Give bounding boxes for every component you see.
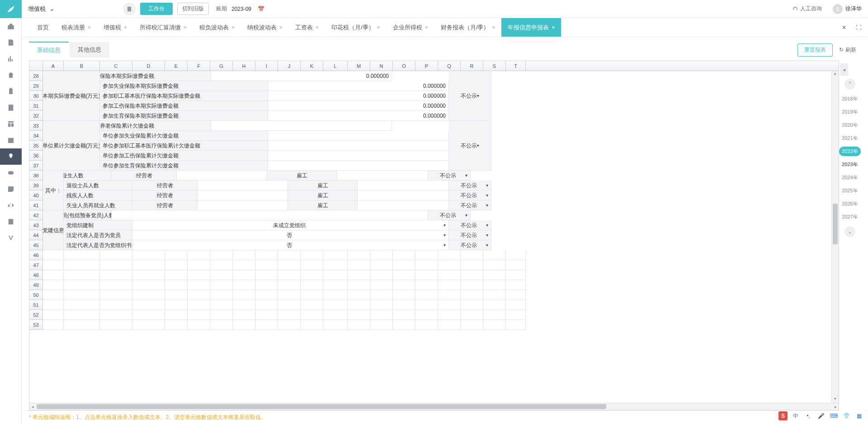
col-header-H[interactable]: H bbox=[233, 61, 255, 71]
tab-close-icon[interactable]: × bbox=[124, 24, 127, 31]
cell-B53[interactable] bbox=[64, 320, 100, 330]
col-header-M[interactable]: M bbox=[348, 61, 370, 71]
cell-J46[interactable] bbox=[278, 250, 301, 260]
row-header-30[interactable]: 30 bbox=[29, 91, 43, 101]
row-header-39[interactable]: 39 bbox=[29, 181, 43, 191]
row-header-46[interactable]: 46 bbox=[29, 250, 43, 260]
input-r41-2[interactable] bbox=[358, 200, 449, 210]
cell-J48[interactable] bbox=[278, 270, 301, 280]
nav-doc-icon[interactable] bbox=[0, 34, 22, 51]
cell-J53[interactable] bbox=[278, 320, 301, 330]
cell-D52[interactable] bbox=[132, 310, 165, 320]
cell-L46[interactable] bbox=[323, 250, 348, 260]
tab-首页[interactable]: 首页 bbox=[31, 18, 55, 37]
ime-keyboard-icon[interactable]: ⌨ bbox=[829, 411, 838, 420]
cell-N46[interactable] bbox=[370, 250, 393, 260]
cell-K52[interactable] bbox=[301, 310, 323, 320]
cell-N49[interactable] bbox=[370, 280, 393, 290]
cell-B46[interactable] bbox=[64, 250, 100, 260]
row-header-43[interactable]: 43 bbox=[29, 220, 43, 230]
cell-H53[interactable] bbox=[233, 320, 255, 330]
ime-mic-icon[interactable]: 🎤 bbox=[816, 411, 826, 420]
ime-lang-icon[interactable]: 中 bbox=[791, 411, 800, 420]
cell-A53[interactable] bbox=[43, 320, 64, 330]
value-r45[interactable]: 否 bbox=[132, 240, 449, 250]
cell-O50[interactable] bbox=[393, 290, 415, 300]
col-header-N[interactable]: N bbox=[370, 61, 393, 71]
nav-play-icon[interactable] bbox=[0, 214, 22, 230]
value-r37[interactable] bbox=[268, 161, 449, 171]
horizontal-scrollbar[interactable]: ◂ ▸ bbox=[29, 403, 839, 410]
nav-active-icon[interactable] bbox=[0, 148, 22, 165]
cell-G53[interactable] bbox=[210, 320, 233, 330]
cell-I46[interactable] bbox=[255, 250, 278, 260]
value-r43[interactable]: 未成立党组织 bbox=[132, 220, 449, 230]
col-header-A[interactable]: A bbox=[43, 61, 64, 71]
cell-K49[interactable] bbox=[301, 280, 323, 290]
row-header-28[interactable]: 28 bbox=[29, 71, 43, 81]
year-2018年[interactable]: 2018年 bbox=[839, 94, 860, 104]
input-r38-2[interactable] bbox=[337, 171, 428, 181]
col-header-L[interactable]: L bbox=[323, 61, 348, 71]
cell-N52[interactable] bbox=[370, 310, 393, 320]
cell-E53[interactable] bbox=[165, 320, 188, 330]
cell-E47[interactable] bbox=[165, 260, 188, 270]
cell-F53[interactable] bbox=[188, 320, 210, 330]
tab-增值税[interactable]: 增值税× bbox=[97, 18, 133, 37]
cell-N47[interactable] bbox=[370, 260, 393, 270]
cell-J52[interactable] bbox=[278, 310, 301, 320]
cell-H52[interactable] bbox=[233, 310, 255, 320]
col-header-O[interactable]: O bbox=[393, 61, 415, 71]
subtab-other[interactable]: 其他信息 bbox=[70, 42, 109, 57]
cell-Q52[interactable] bbox=[438, 310, 461, 320]
cell-M50[interactable] bbox=[348, 290, 370, 300]
user-menu[interactable]: 徐泽华 bbox=[833, 4, 862, 14]
cell-C52[interactable] bbox=[100, 310, 132, 320]
nav-clipboard-icon[interactable] bbox=[0, 83, 22, 100]
year-2021年[interactable]: 2021年 bbox=[839, 133, 860, 143]
value-r44[interactable]: 否 bbox=[132, 230, 449, 240]
cell-D46[interactable] bbox=[132, 250, 165, 260]
scroll-right-icon[interactable]: ▸ bbox=[832, 403, 839, 410]
col-header-G[interactable]: G bbox=[210, 61, 233, 71]
cell-F51[interactable] bbox=[188, 300, 210, 310]
cell-H50[interactable] bbox=[233, 290, 255, 300]
cell-T51[interactable] bbox=[506, 300, 526, 310]
tab-财务报表（月/季）[interactable]: 财务报表（月/季）× bbox=[434, 18, 502, 37]
cell-B52[interactable] bbox=[64, 310, 100, 320]
cell-S52[interactable] bbox=[483, 310, 506, 320]
col-header-F[interactable]: F bbox=[188, 61, 210, 71]
cell-E48[interactable] bbox=[165, 270, 188, 280]
year-2020年[interactable]: 2020年 bbox=[839, 120, 860, 130]
cell-A49[interactable] bbox=[43, 280, 64, 290]
ime-skin-icon[interactable]: 👕 bbox=[842, 411, 851, 420]
cell-C48[interactable] bbox=[100, 270, 132, 280]
cell-K53[interactable] bbox=[301, 320, 323, 330]
row-header-48[interactable]: 48 bbox=[29, 270, 43, 280]
nav-v-icon[interactable] bbox=[0, 230, 22, 246]
row-header-35[interactable]: 35 bbox=[29, 141, 43, 151]
col-header-B[interactable]: B bbox=[64, 61, 100, 71]
disclose-r39[interactable]: 不公示 bbox=[449, 181, 491, 191]
cell-K50[interactable] bbox=[301, 290, 323, 300]
rail-collapse-icon[interactable]: ◂ bbox=[840, 63, 848, 76]
cell-G46[interactable] bbox=[210, 250, 233, 260]
disclose-g2[interactable]: 不公示 bbox=[449, 121, 491, 171]
ime-punct-icon[interactable]: •, bbox=[804, 411, 813, 420]
year-2024年[interactable]: 2024年 bbox=[839, 173, 860, 182]
col-header-Q[interactable]: Q bbox=[438, 61, 461, 71]
company-selector[interactable]: 增值税 ⌄ bbox=[28, 5, 118, 13]
cell-C49[interactable] bbox=[100, 280, 132, 290]
cell-D48[interactable] bbox=[132, 270, 165, 280]
cell-R50[interactable] bbox=[461, 290, 483, 300]
vscroll-thumb[interactable] bbox=[833, 204, 838, 244]
tab-close-icon[interactable]: × bbox=[492, 24, 495, 31]
cell-I48[interactable] bbox=[255, 270, 278, 280]
ime-toolbar[interactable]: S 中 •, 🎤 ⌨ 👕 ▦ bbox=[777, 410, 865, 421]
col-header-D[interactable]: D bbox=[132, 61, 165, 71]
cell-N48[interactable] bbox=[370, 270, 393, 280]
cell-F46[interactable] bbox=[188, 250, 210, 260]
cell-J51[interactable] bbox=[278, 300, 301, 310]
cell-I53[interactable] bbox=[255, 320, 278, 330]
nav-home-icon[interactable] bbox=[0, 18, 22, 34]
